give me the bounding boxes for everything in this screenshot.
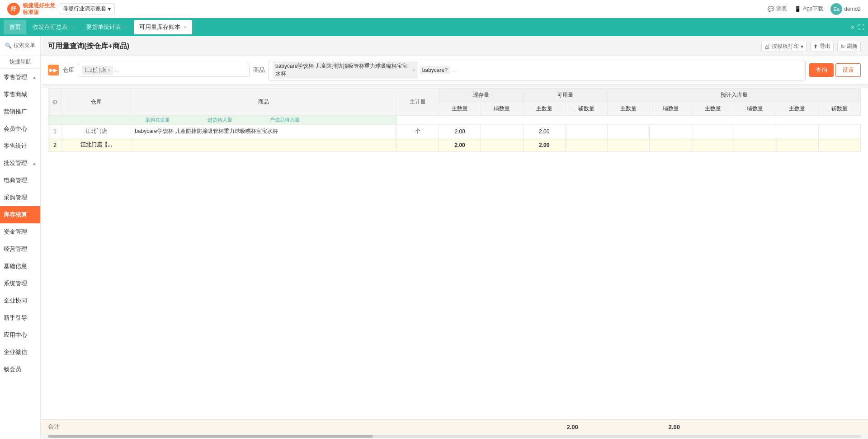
- row-warehouse-1: 江北门店: [62, 125, 131, 138]
- sidebar-item-wechat-work[interactable]: 企业微信: [0, 344, 40, 361]
- row-mfg-aux-1: [818, 125, 860, 138]
- col-incoming-aux-header: 辅数量: [734, 102, 776, 116]
- expand-filter-btn[interactable]: ▶▶: [48, 65, 59, 76]
- col-mfg-main-header: 主数量: [776, 102, 818, 116]
- row-index-1: 1: [48, 125, 62, 138]
- logo-text: 畅捷通好生意 标准版: [23, 2, 55, 15]
- close-all-tabs-btn[interactable]: ×: [851, 24, 854, 31]
- messages-btn[interactable]: 💬 消息: [768, 5, 787, 13]
- row-product-2: [131, 138, 396, 152]
- tab-home[interactable]: 首页: [4, 20, 26, 34]
- row-inc-main-1: [692, 125, 734, 138]
- sidebar-item-app-center[interactable]: 应用中心: [0, 326, 40, 344]
- row-inc-aux-2: [734, 138, 776, 152]
- export-icon: ⬆: [813, 43, 818, 50]
- warehouse-tag-close[interactable]: ×: [108, 68, 110, 73]
- fullscreen-btn[interactable]: ⛶: [858, 24, 864, 31]
- tab-close-0[interactable]: ×: [71, 25, 74, 30]
- header-actions: 🖨 按模板打印 ▾ ⬆ 导出 ↻ 刷新: [761, 41, 861, 52]
- sidebar-item-purchase-mgmt[interactable]: 采购管理: [0, 189, 40, 206]
- sidebar-item-operations[interactable]: 经营管理: [0, 241, 40, 258]
- table-footer: 合计 2.00 2.00: [41, 419, 868, 434]
- sidebar-item-retail-stats[interactable]: 零售统计: [0, 137, 40, 155]
- sub-header-mfg: 产成品待入量: [270, 117, 300, 123]
- product-tag-close-1[interactable]: ×: [412, 68, 415, 73]
- user-menu[interactable]: Ea demo2: [830, 3, 861, 15]
- horizontal-scrollbar[interactable]: [41, 434, 868, 439]
- tab-close-2[interactable]: ×: [184, 25, 187, 30]
- sidebar-item-marketing[interactable]: 营销推广: [0, 103, 40, 120]
- row-inc-aux-1: [734, 125, 776, 138]
- col-incoming-main-header: 主数量: [692, 102, 734, 116]
- sidebar-item-member-center[interactable]: 会员中心: [0, 120, 40, 137]
- settings-icon[interactable]: ⚙: [52, 99, 58, 106]
- sidebar-search: 🔍 搜索菜单: [0, 36, 40, 55]
- row-current-aux-1: [481, 125, 523, 138]
- filter-bar: ▶▶ 仓库 江北门店 × ... 商品 babycare学饮杯 儿童防摔防撞吸管…: [41, 56, 868, 85]
- footer-label: 合计: [48, 423, 60, 431]
- download-icon: 📱: [794, 6, 801, 12]
- sidebar-item-vip[interactable]: 畅会员: [0, 361, 40, 378]
- product-filter[interactable]: babycare学饮杯 儿童防摔防撞吸管杯重力球吸嘴杯宝宝水杯 × babyca…: [269, 60, 806, 80]
- row-mfg-main-1: [776, 125, 818, 138]
- sidebar-item-enterprise[interactable]: 企业协同: [0, 292, 40, 309]
- row-mfg-main-2: [776, 138, 818, 152]
- row-unit-2: [396, 138, 439, 152]
- footer-available-total: 2.00: [669, 424, 680, 430]
- product-label: 商品: [253, 66, 265, 74]
- quick-nav-btn[interactable]: 快捷导航: [0, 55, 40, 69]
- settings-btn[interactable]: 设置: [835, 63, 861, 77]
- sidebar-item-guide[interactable]: 新手引导: [0, 309, 40, 326]
- col-purchased-main-header: 主数量: [608, 102, 650, 116]
- tab-available-inventory[interactable]: 可用量库存账本 ×: [134, 20, 192, 34]
- search-icon: 🔍: [5, 42, 12, 49]
- row-product-1: babycare学饮杯 儿童防摔防撞吸管杯重力球吸嘴杯宝宝水杯: [131, 125, 396, 138]
- app-download-btn[interactable]: 📱 App下载: [794, 5, 823, 13]
- sidebar-item-wholesale-mgmt[interactable]: 批发管理 ▲: [0, 155, 40, 172]
- print-btn[interactable]: 🖨 按模板打印 ▾: [761, 41, 807, 52]
- col-mfg-aux-header: 辅数量: [818, 102, 860, 116]
- sidebar-item-inventory[interactable]: 库存核算: [0, 206, 40, 223]
- scrollbar-thumb[interactable]: [48, 435, 373, 438]
- col-purchased-aux-header: 辅数量: [650, 102, 692, 116]
- sidebar-item-ecommerce[interactable]: 电商管理: [0, 172, 40, 189]
- query-btn[interactable]: 查询: [809, 63, 834, 77]
- tab-order-stats[interactable]: 要货单统计表 ×: [80, 20, 133, 34]
- scrollbar-track: [48, 435, 861, 438]
- org-selector[interactable]: 母婴行业演示账套 ▾: [59, 3, 115, 14]
- chevron-icon: ▲: [32, 75, 37, 80]
- search-menu-btn[interactable]: 🔍 搜索菜单: [4, 40, 37, 51]
- tab-receivable-summary[interactable]: 收发存汇总表 ×: [27, 20, 80, 34]
- row-avail-aux-1: [565, 125, 607, 138]
- col-unit-header: 主计量: [396, 89, 439, 116]
- col-avail-main-header: 主数量: [523, 102, 565, 116]
- refresh-icon: ↻: [840, 43, 845, 50]
- refresh-btn[interactable]: ↻ 刷新: [837, 41, 861, 52]
- col-warehouse-header: 仓库: [62, 89, 131, 116]
- sidebar-item-finance[interactable]: 资金管理: [0, 223, 40, 241]
- row-warehouse-2: 江北门店【...: [62, 138, 131, 152]
- top-bar-right: 💬 消息 📱 App下载 Ea demo2: [768, 3, 861, 15]
- warehouse-ellipsis[interactable]: ...: [115, 67, 120, 74]
- main-layout: 🔍 搜索菜单 快捷导航 零售管理 ▲ 零售商城 营销推广 会员中心 零售统计 批…: [0, 36, 868, 439]
- content-area: 可用量查询(按仓库+商品) 🖨 按模板打印 ▾ ⬆ 导出 ↻ 刷新 ▶▶: [41, 36, 868, 439]
- warehouse-filter[interactable]: 江北门店 × ...: [78, 64, 250, 77]
- row-avail-aux-2: [565, 138, 607, 152]
- sidebar-item-system-mgmt[interactable]: 系统管理: [0, 275, 40, 292]
- table-row: 1 江北门店 babycare学饮杯 儿童防摔防撞吸管杯重力球吸嘴杯宝宝水杯 个…: [48, 125, 861, 138]
- export-btn[interactable]: ⬆ 导出: [810, 41, 834, 52]
- page-title: 可用量查询(按仓库+商品): [48, 42, 129, 51]
- row-unit-1: 个: [396, 125, 439, 138]
- row-avail-main-2: 2.00: [523, 138, 565, 152]
- sidebar-item-basic-info[interactable]: 基础信息: [0, 258, 40, 275]
- sidebar-item-retail-mgmt[interactable]: 零售管理 ▲: [0, 69, 40, 86]
- tab-close-1[interactable]: ×: [125, 25, 127, 30]
- nav-tabs: 首页 收发存汇总表 × 要货单统计表 × 可用量库存账本 × × ⛶: [0, 18, 868, 36]
- table-area: ⚙ 仓库 商品 主计量 现存量 可用量 预计入库量 主数量 辅数量 主数量 辅数…: [41, 88, 868, 419]
- col-settings-header[interactable]: ⚙: [48, 89, 62, 116]
- sidebar: 🔍 搜索菜单 快捷导航 零售管理 ▲ 零售商城 营销推广 会员中心 零售统计 批…: [0, 36, 41, 439]
- sidebar-item-retail-mall[interactable]: 零售商城: [0, 86, 40, 103]
- product-ellipsis[interactable]: ...: [452, 67, 457, 74]
- page-header: 可用量查询(按仓库+商品) 🖨 按模板打印 ▾ ⬆ 导出 ↻ 刷新: [41, 36, 868, 56]
- warehouse-tag: 江北门店 ×: [82, 66, 113, 75]
